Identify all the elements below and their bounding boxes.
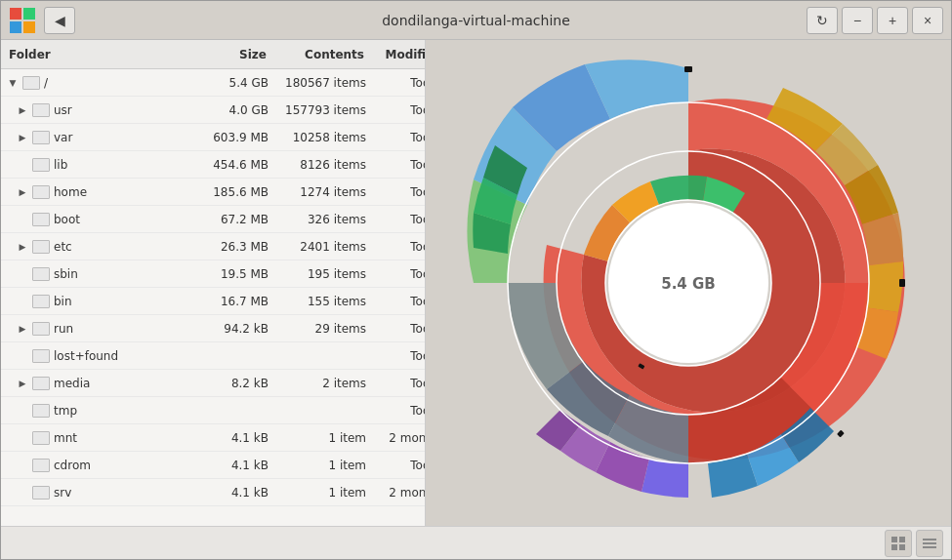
maximize-button[interactable]: + bbox=[877, 7, 908, 34]
row-name-tmp: tmp bbox=[1, 404, 196, 418]
row-modified-root: Today bbox=[372, 76, 425, 90]
table-row[interactable]: tmp Today bbox=[1, 397, 425, 424]
row-contents-srv: 1 item bbox=[274, 486, 372, 500]
expand-icon[interactable] bbox=[7, 77, 19, 89]
row-contents-run: 29 items bbox=[274, 322, 372, 336]
row-name-boot: boot bbox=[1, 213, 196, 226]
folder-icon bbox=[32, 240, 50, 254]
svg-rect-10 bbox=[684, 66, 692, 72]
row-size-media: 8.2 kB bbox=[196, 377, 274, 390]
row-contents-cdrom: 1 item bbox=[274, 459, 372, 472]
folder-icon bbox=[32, 431, 50, 445]
app-logo bbox=[9, 7, 36, 34]
row-modified-lib: Today bbox=[372, 158, 425, 172]
row-modified-boot: Today bbox=[372, 213, 425, 226]
header-size[interactable]: Size bbox=[196, 48, 274, 61]
row-size-mnt: 4.1 kB bbox=[196, 431, 274, 445]
row-contents-etc: 2401 items bbox=[274, 240, 372, 254]
table-row[interactable]: lib 454.6 MB 8126 items Today bbox=[1, 151, 425, 179]
folder-icon bbox=[32, 213, 50, 226]
table-row[interactable]: etc 26.3 MB 2401 items Today bbox=[1, 233, 425, 260]
table-row[interactable]: home 185.6 MB 1274 items Today bbox=[1, 179, 425, 206]
expand-icon[interactable] bbox=[17, 378, 28, 389]
table-row[interactable]: usr 4.0 GB 157793 items Today bbox=[1, 97, 425, 124]
folder-icon bbox=[32, 349, 50, 363]
svg-rect-13 bbox=[837, 430, 845, 438]
svg-rect-2 bbox=[10, 21, 21, 33]
folder-icon bbox=[32, 404, 50, 418]
table-row[interactable]: cdrom 4.1 kB 1 item Today bbox=[1, 452, 425, 479]
row-modified-bin: Today bbox=[372, 295, 425, 308]
main-window: ◀ dondilanga-virtual-machine ↻ − + × Fol… bbox=[0, 0, 952, 560]
table-row[interactable]: lost+found Today bbox=[1, 342, 425, 370]
row-contents-var: 10258 items bbox=[274, 131, 372, 144]
row-modified-usr: Today bbox=[372, 103, 425, 117]
table-row[interactable]: bin 16.7 MB 155 items Today bbox=[1, 288, 425, 315]
row-modified-etc: Today bbox=[372, 240, 425, 254]
row-contents-usr: 157793 items bbox=[274, 103, 372, 117]
table-row[interactable]: / 5.4 GB 180567 items Today bbox=[1, 69, 425, 97]
row-name-root: / bbox=[1, 76, 196, 90]
row-contents-boot: 326 items bbox=[274, 213, 372, 226]
table-row[interactable]: var 603.9 MB 10258 items Today bbox=[1, 124, 425, 151]
window-title: dondilanga-virtual-machine bbox=[382, 13, 570, 28]
table-row[interactable]: mnt 4.1 kB 1 item 2 months bbox=[1, 424, 425, 452]
row-name-lib: lib bbox=[1, 158, 196, 172]
row-size-boot: 67.2 MB bbox=[196, 213, 274, 226]
window-controls: ↻ − + × bbox=[807, 7, 943, 34]
row-modified-tmp: Today bbox=[372, 404, 425, 418]
table-row[interactable]: media 8.2 kB 2 items Today bbox=[1, 370, 425, 397]
table-row[interactable]: run 94.2 kB 29 items Today bbox=[1, 315, 425, 342]
row-modified-lost: Today bbox=[372, 349, 425, 363]
titlebar: ◀ dondilanga-virtual-machine ↻ − + × bbox=[1, 1, 951, 40]
svg-rect-0 bbox=[10, 8, 21, 20]
row-size-bin: 16.7 MB bbox=[196, 295, 274, 308]
header-contents[interactable]: Contents bbox=[274, 48, 372, 61]
expand-icon[interactable] bbox=[17, 104, 28, 116]
folder-icon bbox=[32, 377, 50, 390]
header-folder[interactable]: Folder bbox=[1, 48, 196, 61]
expand-icon[interactable] bbox=[17, 186, 28, 198]
row-contents-home: 1274 items bbox=[274, 185, 372, 199]
svg-rect-16 bbox=[891, 544, 897, 550]
expand-icon[interactable] bbox=[17, 132, 28, 143]
chart-center-text: 5.4 GB bbox=[661, 275, 716, 293]
row-size-root: 5.4 GB bbox=[196, 76, 274, 90]
refresh-button[interactable]: ↻ bbox=[807, 7, 838, 34]
row-modified-cdrom: Today bbox=[372, 459, 425, 472]
sunburst-chart: 5.4 GB bbox=[454, 49, 923, 517]
row-contents-lib: 8126 items bbox=[274, 158, 372, 172]
table-header: Folder Size Contents Modified bbox=[1, 40, 425, 69]
close-button[interactable]: × bbox=[912, 7, 943, 34]
row-contents-bin: 155 items bbox=[274, 295, 372, 308]
header-modified[interactable]: Modified bbox=[372, 48, 426, 61]
expand-icon[interactable] bbox=[17, 241, 28, 253]
row-name-home: home bbox=[1, 185, 196, 199]
row-name-var: var bbox=[1, 131, 196, 144]
svg-rect-3 bbox=[23, 21, 35, 33]
row-modified-sbin: Today bbox=[372, 267, 425, 281]
row-modified-mnt: 2 months bbox=[372, 431, 425, 445]
table-body: / 5.4 GB 180567 items Today usr 4.0 GB 1… bbox=[1, 69, 425, 526]
file-panel: Folder Size Contents Modified / 5.4 GB 1… bbox=[1, 40, 426, 526]
row-size-var: 603.9 MB bbox=[196, 131, 274, 144]
svg-rect-20 bbox=[923, 546, 936, 548]
table-row[interactable]: srv 4.1 kB 1 item 2 months bbox=[1, 479, 425, 506]
folder-icon bbox=[32, 267, 50, 281]
row-size-cdrom: 4.1 kB bbox=[196, 459, 274, 472]
row-contents-root: 180567 items bbox=[274, 76, 372, 90]
table-row[interactable]: sbin 19.5 MB 195 items Today bbox=[1, 260, 425, 288]
row-name-srv: srv bbox=[1, 486, 196, 500]
back-button[interactable]: ◀ bbox=[44, 7, 75, 34]
folder-icon bbox=[32, 131, 50, 144]
row-name-usr: usr bbox=[1, 103, 196, 117]
expand-icon[interactable] bbox=[17, 323, 28, 335]
table-row[interactable]: boot 67.2 MB 326 items Today bbox=[1, 206, 425, 233]
view-icon-2[interactable] bbox=[916, 530, 943, 557]
folder-icon bbox=[32, 322, 50, 336]
row-modified-run: Today bbox=[372, 322, 425, 336]
view-icon-1[interactable] bbox=[885, 530, 912, 557]
row-name-etc: etc bbox=[1, 240, 196, 254]
minimize-button[interactable]: − bbox=[842, 7, 873, 34]
svg-rect-18 bbox=[923, 539, 936, 540]
